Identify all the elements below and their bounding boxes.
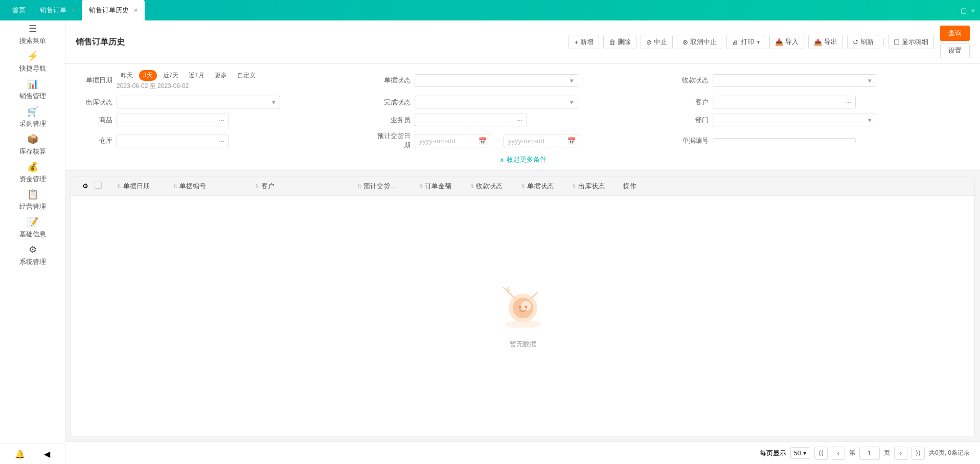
window-close-btn[interactable]: ×	[971, 7, 975, 14]
table-area: ⚙ ⇅ 单据日期 ⇅ 单据编号 ⇅ 客户 ⇅ 预计交货.	[71, 176, 975, 436]
empty-illustration	[497, 283, 549, 335]
sidebar-item-purchase[interactable]: 🛒 采购管理	[0, 103, 65, 131]
customer-dots-icon[interactable]: ···	[846, 98, 851, 106]
stop-button[interactable]: ⊘ 中止	[641, 35, 673, 49]
sidebar-item-basic-label: 基础信息	[19, 230, 46, 239]
customer-input[interactable]: ···	[713, 96, 856, 108]
toolbar-divider	[883, 38, 884, 46]
receipt-status-select[interactable]: ▾	[713, 74, 876, 87]
date-3days[interactable]: 3天	[139, 70, 157, 81]
tab-sales-history-label: 销售订单历史	[89, 6, 129, 15]
select-all-checkbox[interactable]	[95, 182, 113, 190]
purchase-icon: 🛒	[27, 106, 38, 117]
sidebar-item-finance-label: 资金管理	[19, 174, 46, 184]
tab-sales-history[interactable]: 销售订单历史 ×	[82, 0, 144, 20]
th-client-label: 客户	[261, 182, 275, 191]
stop-icon: ⊘	[646, 38, 652, 46]
salesperson-dots-icon[interactable]: ···	[517, 116, 522, 124]
first-page-button[interactable]: ⟨⟨	[814, 447, 828, 460]
add-button[interactable]: + 新增	[568, 35, 599, 49]
query-button[interactable]: 查询	[940, 26, 970, 41]
complete-status-label: 完成状态	[374, 98, 415, 107]
refresh-button[interactable]: ↺ 刷新	[847, 35, 879, 49]
refresh-icon: ↺	[853, 38, 858, 46]
bill-status-arrow-icon: ▾	[570, 77, 574, 84]
salesperson-input[interactable]: ···	[415, 114, 527, 126]
page-jump-suffix: 页	[884, 449, 890, 457]
product-dots-icon[interactable]: ···	[219, 116, 224, 124]
th-client[interactable]: ⇅ 客户	[251, 182, 353, 191]
tab-sales-history-close[interactable]: ×	[134, 7, 137, 13]
export-icon: 📤	[814, 38, 822, 46]
prev-page-button[interactable]: ‹	[832, 447, 845, 460]
page-size-select[interactable]: 50 ▾	[790, 447, 810, 459]
th-delivery[interactable]: ⇅ 预计交货...	[353, 182, 415, 191]
operation-icon: 📋	[27, 189, 38, 200]
sidebar-item-search[interactable]: ☰ 搜索菜单	[0, 20, 65, 48]
date-yesterday[interactable]: 昨天	[117, 70, 137, 81]
delete-button[interactable]: 🗑 删除	[603, 35, 636, 49]
import-button[interactable]: 📥 导入	[769, 35, 804, 49]
settings-button[interactable]: 设置	[940, 43, 970, 58]
warehouse-input[interactable]: ···	[117, 135, 229, 147]
display-cols-button[interactable]: ☐ 显示碗细	[888, 35, 934, 49]
window-restore-btn[interactable]: ▢	[961, 7, 967, 14]
out-status-arrow-icon: ▾	[272, 98, 276, 106]
date-custom[interactable]: 自定义	[233, 70, 260, 81]
sidebar-item-quick-nav[interactable]: ⚡ 快捷导航	[0, 48, 65, 76]
sales-icon: 📊	[27, 78, 38, 90]
complete-status-select[interactable]: ▾	[415, 96, 578, 108]
expected-date-end-input[interactable]: yyyy-mm-dd 📅	[504, 135, 580, 147]
out-status-select[interactable]: ▾	[117, 96, 280, 108]
date-7days[interactable]: 近7天	[159, 70, 183, 81]
th-receipt-status[interactable]: ⇅ 收款状态	[466, 182, 517, 191]
import-icon: 📥	[775, 38, 783, 46]
date-end-placeholder: yyyy-mm-dd	[508, 137, 544, 145]
product-input[interactable]: ···	[117, 114, 229, 126]
basic-icon: 📝	[27, 216, 38, 228]
sidebar-item-inventory[interactable]: 📦 库存核算	[0, 131, 65, 159]
sidebar-item-sales[interactable]: 📊 销售管理	[0, 76, 65, 103]
th-date[interactable]: ⇅ 单据日期	[113, 182, 169, 191]
sidebar-collapse-icon[interactable]: ◀	[44, 449, 50, 459]
sidebar-item-finance[interactable]: 💰 资金管理	[0, 159, 65, 186]
print-label: 打印	[741, 37, 754, 47]
print-button[interactable]: 🖨 打印 ▾	[726, 35, 765, 49]
finance-icon: 💰	[27, 161, 38, 172]
tab-sales-order[interactable]: 销售订单 ×	[33, 0, 82, 20]
th-amount[interactable]: ⇅ 订单金额	[415, 182, 466, 191]
search-menu-icon: ☰	[29, 23, 37, 34]
tab-sales-order-close[interactable]: ×	[72, 7, 75, 13]
sidebar-item-operation[interactable]: 📋 经营管理	[0, 186, 65, 214]
expected-date-label: 预计交货日期	[374, 131, 415, 150]
tab-home[interactable]: 首页	[5, 0, 33, 20]
date-1month[interactable]: 近1月	[185, 70, 209, 81]
collapse-label: 收起更多条件	[507, 155, 546, 164]
warehouse-dots-icon[interactable]: ···	[219, 137, 224, 145]
bill-no-input[interactable]	[713, 138, 856, 143]
calendar-start-icon[interactable]: 📅	[478, 137, 487, 145]
sidebar-item-basic[interactable]: 📝 基础信息	[0, 214, 65, 241]
th-out-status[interactable]: ⇅ 出库状态	[568, 182, 619, 191]
th-date-label: 单据日期	[123, 182, 150, 191]
sidebar-item-system[interactable]: ⚙ 系统管理	[0, 241, 65, 269]
cancel-stop-button[interactable]: ⊗ 取消中止	[677, 35, 722, 49]
calendar-end-icon[interactable]: 📅	[567, 137, 576, 145]
dept-select[interactable]: ▾	[713, 114, 876, 126]
bill-status-select[interactable]: ▾	[415, 74, 578, 87]
column-settings-icon[interactable]: ⚙	[76, 182, 95, 190]
export-button[interactable]: 📤 导出	[808, 35, 843, 49]
expected-date-start-input[interactable]: yyyy-mm-dd 📅	[415, 135, 491, 147]
sidebar-item-operation-label: 经营管理	[19, 202, 46, 211]
last-page-button[interactable]: ⟩⟩	[911, 447, 925, 460]
next-page-button[interactable]: ›	[894, 447, 907, 460]
th-bill-status[interactable]: ⇅ 单据状态	[517, 182, 568, 191]
window-minimize-btn[interactable]: —	[950, 7, 956, 14]
date-more[interactable]: 更多	[211, 70, 231, 81]
th-no[interactable]: ⇅ 单据编号	[169, 182, 251, 191]
collapse-button[interactable]: ∧ 收起更多条件	[499, 155, 546, 164]
page-number-input[interactable]	[859, 447, 880, 460]
notification-icon[interactable]: 🔔	[15, 449, 25, 459]
sidebar-item-search-label: 搜索菜单	[19, 36, 46, 46]
table-header: ⚙ ⇅ 单据日期 ⇅ 单据编号 ⇅ 客户 ⇅ 预计交货.	[71, 176, 974, 196]
